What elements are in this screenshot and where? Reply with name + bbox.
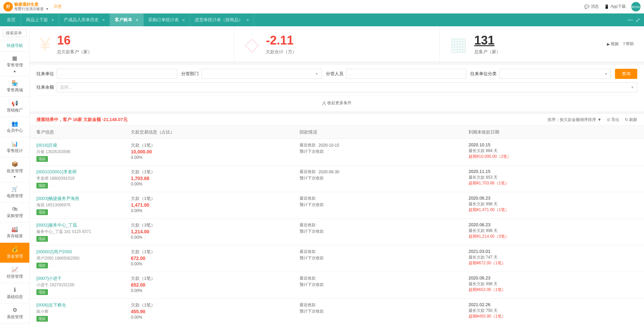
recovery-row-0: 最近收款 2020-10-15 — [300, 142, 468, 148]
customer-name-3[interactable]: [0002]服务中心_丁磊 — [36, 222, 131, 228]
grid-icon: ▦ — [12, 55, 17, 61]
dept-select[interactable]: ▼ — [201, 69, 322, 79]
debt-amount-5[interactable]: 652.00 — [131, 282, 300, 288]
sidebar-item-purchase[interactable]: 🛍 采购管理 — [0, 203, 29, 223]
debt-total: -21,148.07元 — [102, 117, 127, 122]
sidebar-search-area — [0, 26, 29, 40]
search-input[interactable] — [3, 29, 27, 37]
debt-amount-2[interactable]: 1,471.00 — [131, 202, 300, 208]
debt-percent-4: 0.00% — [131, 262, 300, 266]
close-icon[interactable]: ✕ — [136, 18, 138, 22]
debt-count-5: 欠款（1笔） — [131, 275, 300, 282]
customer-name-2[interactable]: [0003]畅捷服务尹海燕 — [36, 196, 131, 202]
overdue-days-4: 最长欠款 747 天 — [469, 255, 637, 260]
recovery-info-2: 最近收款 预计下次收款 — [300, 196, 468, 208]
data-table: 客户信息 欠款交易信息（占比） 回款情况 到期未收款日期 [0016]吕俊 吕俊… — [30, 126, 644, 324]
help-btn[interactable]: ? 帮助 — [623, 41, 634, 47]
debt-count-3: 欠款（3笔） — [131, 222, 300, 228]
refresh-btn[interactable]: ↻ 刷新 — [625, 117, 637, 123]
tab-warehouse-stat[interactable]: 进货单统计表（按商品） ✕ — [190, 13, 254, 26]
close-icon[interactable]: ✕ — [102, 18, 105, 22]
tab-product-shelf[interactable]: 商品上下架 ✕ — [21, 13, 59, 26]
ecommerce-icon: 🛒 — [11, 186, 18, 192]
sidebar-item-system[interactable]: ⚙ 系统管理 — [0, 303, 29, 324]
expand-icon[interactable]: ▾ — [46, 7, 48, 11]
chevron-down-icon: ▼ — [13, 175, 17, 179]
col-header-debt: 欠款交易信息（占比） — [131, 129, 300, 135]
filter-dept: 分管部门 ▼ — [181, 69, 322, 79]
sidebar-item-marketing[interactable]: 📢 营销推广 — [0, 97, 29, 117]
customer-name-6[interactable]: [0006]去下粮仓 — [36, 302, 131, 308]
overdue-amount-1[interactable]: 超期¥1,703.68（1笔） — [469, 180, 637, 186]
sidebar-item-batch-mgmt[interactable]: 📦 批发管理 ▼ — [0, 157, 29, 182]
customer-name-1[interactable]: [0001020001]李老师 — [36, 169, 131, 175]
app-download-btn[interactable]: 📱 App下载 — [604, 4, 626, 9]
sidebar-item-basic-info[interactable]: ℹ 基础信息 — [0, 283, 29, 303]
debt-amount-1[interactable]: 1,703.68 — [131, 176, 300, 181]
source-unit-input[interactable]: ... — [57, 69, 177, 79]
debt-percent-6: 0.00% — [131, 315, 300, 320]
overdue-amount-6[interactable]: 超期¥455.90（1笔） — [469, 314, 637, 319]
tab-home[interactable]: 首页 — [1, 13, 21, 26]
stat-card-total-customers: ▦ 131 总客户（家） ▶ 视频 ? 帮助 — [440, 26, 644, 62]
source-unit-label: 往来单位 — [36, 71, 54, 77]
collapse-btn[interactable]: ⋀ 收起更多条件 — [36, 99, 637, 107]
tab-minimize-icon[interactable]: — — [627, 17, 633, 23]
sidebar-item-finance[interactable]: 💰 资金管理 — [0, 243, 29, 263]
overdue-amount-2[interactable]: 超期¥1,471.00（1笔） — [469, 207, 637, 213]
tab-bar-actions: — ⤢ — [625, 13, 643, 26]
sidebar-item-member[interactable]: 👥 会员中心 — [0, 117, 29, 137]
stat-info-total-customers: 131 总客户（家） — [474, 33, 501, 55]
sidebar-item-retail-store[interactable]: 🏪 零售商城 — [0, 77, 29, 97]
debt-customers-value: 16 — [57, 33, 92, 48]
close-icon[interactable]: ✕ — [182, 18, 185, 22]
debt-amount-0[interactable]: 10,000.00 — [131, 149, 300, 154]
unit-class-select[interactable]: ▼ — [499, 69, 611, 79]
overdue-amount-3[interactable]: 超期¥1,214.00（3笔） — [469, 234, 637, 239]
sort-button[interactable]: 排序：按欠款金额倒序排序 ▼ — [548, 117, 601, 123]
debt-percent-5: 0.00% — [131, 288, 300, 293]
tab-product-warehouse[interactable]: 产成品入库单历史 ✕ — [59, 13, 110, 26]
sidebar-item-warehouse[interactable]: 🏭 库存核算 — [0, 223, 29, 243]
tab-customer-account[interactable]: 客户账本 ✕ — [110, 13, 143, 26]
customer-sub-0: 吕俊 13026203696 — [36, 149, 131, 155]
filter-balance: 往来余额 选择... ▼ — [36, 82, 637, 92]
balance-select[interactable]: 选择... ▼ — [57, 82, 637, 92]
debt-amount-6[interactable]: 455.90 — [131, 309, 300, 314]
debt-count-1: 欠款（1笔） — [131, 169, 300, 175]
sidebar-item-retail-stat[interactable]: 📊 零售统计 — [0, 137, 29, 157]
debt-percent-1: 0.00% — [131, 182, 300, 186]
sidebar-item-retail-mgmt[interactable]: ▦ 零售管理 ▲ — [0, 52, 29, 77]
person-input[interactable]: ... — [346, 69, 467, 79]
overdue-amount-5[interactable]: 超期¥652.00（1笔） — [469, 287, 637, 293]
overdue-amount-4[interactable]: 超期¥672.00（1笔） — [469, 260, 637, 266]
stats-row: ¥ 16 总欠款客户（家） ◇ -2.11 欠款合计（万） ▦ 131 总客户（… — [30, 26, 644, 62]
sidebar-item-ecommerce[interactable]: 🛒 电商管理 — [0, 182, 29, 203]
debt-amount-3[interactable]: 1,214.00 — [131, 229, 300, 234]
close-icon[interactable]: ✕ — [51, 18, 54, 22]
customer-name-0[interactable]: [0016]吕俊 — [36, 142, 131, 148]
table-header: 客户信息 欠款交易信息（占比） 回款情况 到期未收款日期 — [30, 126, 644, 139]
debt-amount-4[interactable]: 672.00 — [131, 256, 300, 261]
messages-btn[interactable]: 💬 消息 — [584, 4, 599, 9]
top-nav-link[interactable]: 示意 — [54, 4, 62, 9]
sidebar-quick-nav[interactable]: 快捷导航 — [0, 40, 29, 52]
stat-card-debt-customers: ¥ 16 总欠款客户（家） — [30, 26, 234, 62]
export-btn[interactable]: ⊙ 导出 — [607, 117, 619, 123]
tab-maximize-icon[interactable]: ⤢ — [636, 17, 640, 23]
building-icon: ▦ — [450, 33, 468, 55]
filter-source-unit: 往来单位 ... — [36, 69, 177, 79]
debt-count-0: 欠款（1笔） — [131, 142, 300, 148]
customer-name-5[interactable]: [0007]小进干 — [36, 275, 131, 282]
customer-info-0: [0016]吕俊 吕俊 13026203696 现款 — [36, 142, 131, 162]
customer-name-4[interactable]: [000002]用户2050 — [36, 249, 131, 255]
results-bar: 搜索结果中，客户 16家 欠款金额 -21,148.07元 排序：按欠款金额倒序… — [30, 114, 644, 126]
stat-card-actions: ▶ 视频 ? 帮助 — [607, 41, 634, 47]
tab-purchase-order[interactable]: 采购订单统计表 ✕ — [143, 13, 190, 26]
sidebar-item-operation[interactable]: 📈 经营管理 — [0, 263, 29, 283]
video-btn[interactable]: ▶ 视频 — [607, 41, 619, 47]
user-avatar[interactable]: demo2 — [631, 2, 641, 11]
search-button[interactable]: 查询 — [615, 69, 637, 79]
overdue-amount-0[interactable]: 超期¥10,000.00（1笔） — [469, 154, 637, 159]
close-icon[interactable]: ✕ — [246, 18, 249, 22]
